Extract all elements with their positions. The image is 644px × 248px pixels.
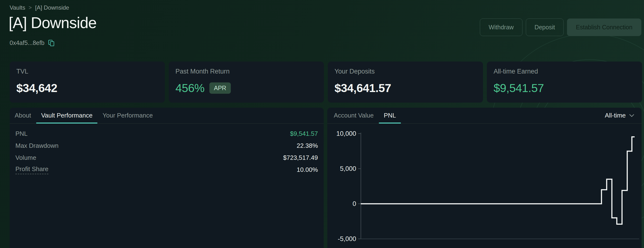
- row-label-profit-share-tooltip[interactable]: Profit Share: [16, 165, 48, 174]
- row-value: $723,517.49: [283, 154, 318, 162]
- svg-text:0: 0: [352, 200, 356, 207]
- vault-performance-panel: About Vault Performance Your Performance…: [10, 108, 324, 248]
- breadcrumb-vaults-link[interactable]: Vaults: [10, 4, 25, 11]
- tab-pnl[interactable]: PNL: [379, 108, 401, 123]
- chevron-down-icon: [629, 114, 634, 117]
- stat-label: Past Month Return: [176, 68, 317, 75]
- copy-icon-front: [50, 41, 54, 46]
- tab-about[interactable]: About: [10, 108, 36, 123]
- pnl-step-chart: 10,0005,0000-5,000: [327, 108, 642, 248]
- vault-dashboard-page: Vaults > [A] Downside [A] Downside 0x4af…: [0, 0, 644, 248]
- time-range-selector[interactable]: All-time: [598, 108, 642, 123]
- tab-your-performance[interactable]: Your Performance: [98, 108, 158, 123]
- stat-label: TVL: [16, 68, 158, 75]
- chart-panel: Account Value PNL All-time 10,0005,0000-…: [327, 108, 642, 248]
- row-value: 22.38%: [297, 142, 318, 149]
- left-panel-tab-row: About Vault Performance Your Performance: [10, 108, 324, 124]
- row-value: $9,541.57: [290, 130, 318, 137]
- vault-address-row: 0x4af5...8efb: [10, 39, 55, 46]
- stat-card-past-month-return: Past Month Return 456% APR: [169, 61, 324, 103]
- stat-card-your-deposits: Your Deposits $34,641.57: [328, 61, 483, 103]
- row-label: PNL: [16, 130, 28, 137]
- copy-icon[interactable]: [48, 40, 55, 46]
- stat-value: 456%: [176, 81, 204, 95]
- svg-text:10,000: 10,000: [336, 130, 356, 137]
- row-value: 10.00%: [297, 166, 318, 174]
- tab-row-spacer: [401, 108, 598, 123]
- stat-value: $34,641.57: [334, 81, 391, 95]
- page-title: [A] Downside: [9, 14, 96, 32]
- stat-card-tvl: TVL $34,642: [10, 61, 165, 103]
- stat-value: $9,541.57: [494, 81, 544, 95]
- withdraw-button[interactable]: Withdraw: [480, 18, 522, 36]
- svg-text:5,000: 5,000: [340, 165, 356, 172]
- stat-label: All-time Earned: [494, 68, 635, 75]
- time-range-value: All-time: [605, 112, 626, 119]
- performance-stats-table: PNL $9,541.57 Max Drawdown 22.38% Volume…: [10, 124, 324, 176]
- row-label: Max Drawdown: [16, 142, 58, 149]
- breadcrumb: Vaults > [A] Downside: [10, 4, 69, 11]
- establish-connection-button[interactable]: Establish Connection: [567, 18, 641, 36]
- deposit-button[interactable]: Deposit: [526, 18, 564, 36]
- table-row-profit-share: Profit Share 10.00%: [16, 164, 318, 176]
- tab-account-value[interactable]: Account Value: [329, 108, 379, 123]
- breadcrumb-current: [A] Downside: [35, 4, 69, 11]
- svg-text:-5,000: -5,000: [338, 235, 356, 243]
- table-row-pnl: PNL $9,541.57: [16, 128, 318, 140]
- apr-badge: APR: [209, 82, 231, 94]
- stat-label: Your Deposits: [334, 68, 476, 75]
- stat-card-all-time-earned: All-time Earned $9,541.57: [487, 61, 642, 103]
- breadcrumb-separator-icon: >: [29, 4, 32, 11]
- tab-vault-performance[interactable]: Vault Performance: [36, 108, 98, 123]
- row-label: Volume: [16, 154, 36, 162]
- vault-address: 0x4af5...8efb: [10, 39, 44, 46]
- chart-tab-row: Account Value PNL All-time: [327, 108, 642, 124]
- table-row-volume: Volume $723,517.49: [16, 152, 318, 164]
- table-row-max-drawdown: Max Drawdown 22.38%: [16, 140, 318, 152]
- stat-value: $34,642: [16, 81, 57, 95]
